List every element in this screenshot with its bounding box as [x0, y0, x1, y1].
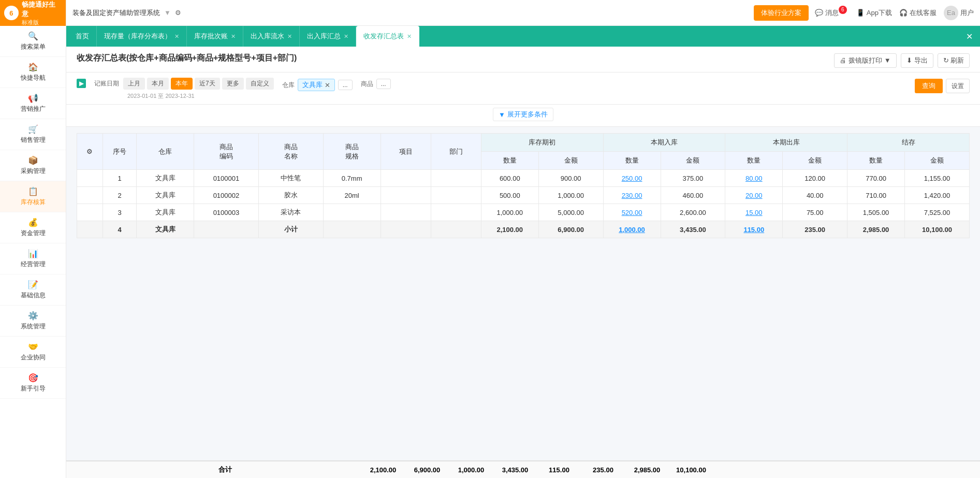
- row-no-cell: 4: [103, 221, 136, 238]
- table-cell: 2,600.00: [661, 204, 725, 221]
- expand-more-btn[interactable]: ▼ 展开更多条件: [493, 108, 553, 121]
- tab-close-recv-send-summary[interactable]: ✕: [407, 33, 412, 40]
- th-group-opening: 库存期初: [481, 134, 603, 152]
- table-cell: 0100003: [194, 204, 259, 221]
- product-filter: 商品 ...: [361, 79, 391, 89]
- table-cell: 40.00: [783, 187, 847, 204]
- warehouse-tag-remove[interactable]: ✕: [325, 81, 330, 89]
- row-no-cell: 2: [103, 187, 136, 204]
- sidebar-item-sales[interactable]: 🛒 销售管理: [0, 119, 66, 150]
- finance-icon: 💰: [28, 218, 38, 227]
- tab-home[interactable]: 首页: [68, 26, 97, 47]
- gear-btn[interactable]: ⚙: [175, 9, 181, 17]
- logo-text: 畅捷通好生意 标准版: [22, 0, 62, 26]
- print-btn[interactable]: 🖨 拨镜版打印 ▼: [834, 53, 897, 68]
- date-this-month[interactable]: 本月: [147, 78, 169, 90]
- refresh-icon: ↻: [943, 56, 949, 64]
- table-cell: [431, 187, 481, 204]
- cell-link[interactable]: 115.00: [743, 226, 764, 234]
- purchase-icon: 📦: [28, 155, 38, 165]
- expand-down-icon: ▼: [499, 111, 505, 119]
- table-cell: 5,000.00: [538, 204, 603, 221]
- footer-opening-qty: 2,100.00: [362, 466, 404, 474]
- sidebar-item-search[interactable]: 🔍 搜索菜单: [0, 26, 66, 57]
- tab-batch-account[interactable]: 库存批次账 ✕: [187, 26, 243, 47]
- tab-close-batch-account[interactable]: ✕: [231, 33, 236, 40]
- date-last-month[interactable]: 上月: [123, 78, 145, 90]
- home-icon: 🏠: [28, 62, 38, 72]
- main-area: 装备及固定资产辅助管理系统 ▼ ⚙ 体验行业方案 💬 消息 6 📱 App下载 …: [66, 0, 980, 478]
- table-cell[interactable]: 1,000.00: [603, 221, 661, 238]
- experience-btn[interactable]: 体验行业方案: [754, 5, 809, 21]
- table-cell[interactable]: 520.00: [603, 204, 661, 221]
- table-cell: 采访本: [258, 204, 323, 221]
- table-cell: 小计: [258, 221, 323, 238]
- user-btn[interactable]: Ea 用户: [944, 6, 974, 20]
- sidebar-item-finance[interactable]: 💰 资金管理: [0, 212, 66, 243]
- tab-in-out-flow[interactable]: 出入库流水 ✕: [243, 26, 300, 47]
- th-settings: ⚙: [77, 134, 103, 170]
- table-cell[interactable]: 115.00: [725, 221, 783, 238]
- table-cell[interactable]: 15.00: [725, 204, 783, 221]
- sidebar-item-operation[interactable]: 📊 经营管理: [0, 243, 66, 274]
- enterprise-icon: 🤝: [28, 342, 38, 352]
- cell-link[interactable]: 1,000.00: [619, 226, 645, 234]
- date-7days[interactable]: 近7天: [195, 78, 220, 90]
- sidebar-item-basic[interactable]: 📝 基础信息: [0, 274, 66, 306]
- query-btn[interactable]: 查询: [915, 79, 943, 93]
- sidebar-item-purchase[interactable]: 📦 采购管理: [0, 150, 66, 181]
- date-custom[interactable]: 自定义: [246, 78, 274, 90]
- sidebar-item-enterprise[interactable]: 🤝 企业协同: [0, 337, 66, 368]
- chevron-down-icon: ▼: [884, 56, 891, 64]
- table-cell: 1,505.00: [847, 204, 905, 221]
- page-header: 收发存汇总表(按仓库+商品编码+商品+规格型号+项目+部门) 🖨 拨镜版打印 ▼…: [66, 47, 980, 73]
- tab-in-out-summary[interactable]: 出入库汇总 ✕: [300, 26, 356, 47]
- page-toolbar: 收发存汇总表(按仓库+商品编码+商品+规格型号+项目+部门) 🖨 拨镜版打印 ▼…: [77, 53, 970, 68]
- search-icon: 🔍: [28, 31, 38, 41]
- sidebar-item-quick-nav[interactable]: 🏠 快捷导航: [0, 57, 66, 88]
- table-cell[interactable]: 230.00: [603, 187, 661, 204]
- table-cell[interactable]: 80.00: [725, 170, 783, 187]
- product-more-btn[interactable]: ...: [376, 79, 391, 89]
- table-cell[interactable]: 250.00: [603, 170, 661, 187]
- online-service-btn[interactable]: 🎧 在线客服: [899, 8, 937, 18]
- tab-close-inventory-dist[interactable]: ✕: [174, 33, 179, 40]
- tab-recv-send-summary[interactable]: 收发存汇总表 ✕: [356, 26, 419, 47]
- cell-link[interactable]: 230.00: [622, 192, 642, 199]
- tab-close-in-out-flow[interactable]: ✕: [287, 33, 292, 40]
- sales-icon: 🛒: [28, 124, 38, 134]
- sidebar-item-system[interactable]: ⚙️ 系统管理: [0, 306, 66, 337]
- table-cell[interactable]: 20.00: [725, 187, 783, 204]
- cell-link[interactable]: 250.00: [622, 175, 642, 182]
- message-btn[interactable]: 💬 消息 6: [815, 8, 849, 18]
- cell-link[interactable]: 520.00: [622, 209, 642, 216]
- date-this-year[interactable]: 本年: [171, 78, 193, 90]
- arrow-toggle[interactable]: ▶: [77, 79, 86, 88]
- message-badge: 6: [839, 6, 847, 14]
- refresh-btn[interactable]: ↻ 刷新: [938, 53, 970, 68]
- row-no-cell: 1: [103, 170, 136, 187]
- expand-more-section: ▼ 展开更多条件: [66, 105, 980, 127]
- page-actions: 🖨 拨镜版打印 ▼ ⬇ 导出 ↻ 刷新: [834, 53, 970, 68]
- system-title-dropdown-icon: ▼: [164, 9, 171, 17]
- date-more[interactable]: 更多: [222, 78, 244, 90]
- cell-link[interactable]: 15.00: [745, 209, 763, 216]
- cell-link[interactable]: 20.00: [745, 192, 763, 199]
- settings-action-btn[interactable]: 设置: [946, 79, 970, 93]
- row-settings-cell: [77, 170, 103, 187]
- table-section: ⚙ 序号 仓库 商品编码 商品名称 商品规格 项目 部门 库存期初 本期入库 本…: [66, 127, 980, 460]
- close-all-tabs-btn[interactable]: ✕: [961, 26, 978, 47]
- app-download-btn[interactable]: 📱 App下载: [856, 8, 892, 18]
- sidebar-item-guide[interactable]: 🎯 新手引导: [0, 368, 66, 399]
- export-btn[interactable]: ⬇ 导出: [901, 53, 933, 68]
- table-cell: 0100001: [194, 170, 259, 187]
- cell-link[interactable]: 80.00: [745, 175, 763, 182]
- warehouse-more-btn[interactable]: ...: [338, 80, 353, 90]
- tab-inventory-dist[interactable]: 现存量（库存分布表） ✕: [97, 26, 187, 47]
- table-row: 4文具库小计2,100.006,900.001,000.003,435.0011…: [77, 221, 970, 238]
- sidebar-item-marketing[interactable]: 📢 营销推广: [0, 88, 66, 119]
- table-row: 3文具库0100003采访本1,000.005,000.00520.002,60…: [77, 204, 970, 221]
- tab-close-in-out-summary[interactable]: ✕: [344, 33, 348, 40]
- sidebar-item-inventory[interactable]: 📋 库存核算: [0, 181, 66, 212]
- table-cell: 胶水: [258, 187, 323, 204]
